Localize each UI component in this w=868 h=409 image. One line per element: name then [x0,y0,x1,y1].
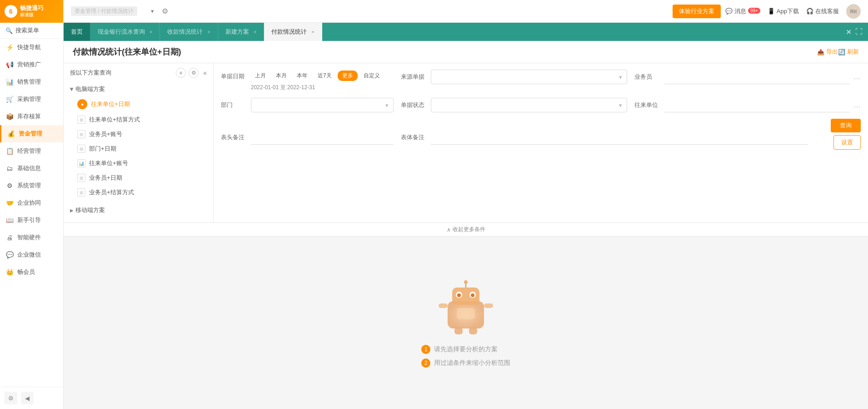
date-this-month[interactable]: 本月 [272,70,291,82]
industry-solution-button[interactable]: 体验行业方案 [673,5,721,18]
staff-input[interactable] [664,70,850,84]
sidebar-item-marketing[interactable]: 📢 营销推广 [0,56,63,73]
desktop-group-header[interactable]: ▶ 电脑端方案 [64,82,213,96]
topbar-dropdown-icon[interactable]: ▾ [151,8,154,15]
tabbar: 首页 现金银行流水查询 × 收款情况统计 × 新建方案 × 付款情况统计 × ✕… [64,23,868,41]
sidebar-item-guide[interactable]: 📖 新手引导 [0,212,63,229]
scheme-collapse-button[interactable]: « [203,69,207,76]
scheme-item-contact-date[interactable]: ● 往来单位+日期 [64,96,213,112]
sidebar-item-label: 资金管理 [19,130,42,138]
svg-point-7 [464,280,468,284]
topbar-actions: 💬 消息 99+ 📱 App下载 🎧 在线客服 Rit [725,4,861,19]
scheme-item-contact-settlement[interactable]: ⊞ 往来单位+结算方式 [64,112,213,127]
scheme-add-button[interactable]: + [176,68,186,78]
online-service-action[interactable]: 🎧 在线客服 [806,7,839,15]
sidebar: 6 畅捷通巧 标准版 🔍 搜索菜单 ⚡ 快捷导航 📢 营销推广 📊 销售管理 🛒… [0,0,64,409]
tab-home[interactable]: 首页 [64,23,90,41]
source-select-arrow: ▾ [619,74,622,81]
tab-receipt-close[interactable]: × [207,29,210,35]
source-select[interactable]: ▾ [431,70,627,84]
tab-maximize-button[interactable]: ⛶ [855,28,863,36]
tab-bank[interactable]: 现金银行流水查询 × [90,23,160,41]
voucher-status-select[interactable]: ▾ [431,98,627,112]
query-button[interactable]: 查询 [831,119,861,132]
empty-state-illustration [434,278,498,338]
tab-bank-close[interactable]: × [150,29,152,35]
app-subtitle: 标准版 [20,12,44,18]
topbar-settings-button[interactable]: ⚙ [159,5,171,18]
message-action[interactable]: 💬 消息 99+ [725,7,760,15]
contact-label: 往来单位 [634,101,661,109]
sidebar-item-basic[interactable]: 🗂 基础信息 [0,160,63,177]
sidebar-item-sales[interactable]: 📊 销售管理 [0,73,63,91]
empty-state-tips: 1 请先选择要分析的方案 2 用过滤条件来缩小分析范围 [421,345,510,368]
tab-receipt[interactable]: 收款情况统计 × [160,23,218,41]
sidebar-item-system[interactable]: ⚙ 系统管理 [0,177,63,194]
tab-new-scheme-close[interactable]: × [254,29,256,35]
date-custom[interactable]: 自定义 [359,70,384,82]
topbar: 资金管理 / 付款情况统计 ▾ ⚙ 体验行业方案 💬 消息 99+ 📱 App下… [64,0,868,23]
sidebar-nav: ⚡ 快捷导航 📢 营销推广 📊 销售管理 🛒 采购管理 📦 库存核算 💰 资金管… [0,39,63,387]
mobile-group-header[interactable]: ▶ 移动端方案 [64,203,213,217]
guide-icon: 📖 [5,216,14,224]
sidebar-item-operation[interactable]: 📋 经营管理 [0,142,63,160]
date-last-month[interactable]: 上月 [251,70,270,82]
sidebar-item-hardware[interactable]: 🖨 智能硬件 [0,229,63,246]
date-more[interactable]: 更多 [338,71,358,81]
scheme-table-icon: ⊞ [77,130,85,138]
tab-home-label: 首页 [71,28,83,36]
app-download-action[interactable]: 📱 App下载 [768,7,799,15]
refresh-icon: 🔄 [838,49,845,56]
tab-receipt-label: 收款情况统计 [167,28,203,36]
scheme-table-icon: ⊞ [77,145,85,153]
scheme-item-staff-account[interactable]: ⊞ 业务员+账号 [64,127,213,141]
dept-select-arrow: ▾ [385,102,389,109]
user-avatar[interactable]: Rit [846,4,861,19]
sidebar-item-enterprise[interactable]: 🤝 企业协同 [0,194,63,212]
sidebar-item-inventory[interactable]: 📦 库存核算 [0,108,63,125]
scheme-item-staff-date[interactable]: ⊞ 业务员+日期 [64,171,213,185]
sidebar-item-label: 系统管理 [17,182,41,190]
dept-label: 部门 [221,101,247,109]
search-menu[interactable]: 🔍 搜索菜单 [0,23,63,39]
sidebar-item-finance[interactable]: 💰 资金管理 [0,125,63,142]
enterprise-icon: 🤝 [5,199,14,207]
date-7days[interactable]: 近7天 [314,70,336,82]
scheme-item-staff-settlement[interactable]: ⊞ 业务员+结算方式 [64,185,213,200]
settings-button[interactable]: 设置 [833,135,861,150]
table-head-note-input[interactable] [251,130,394,145]
scheme-settings-button[interactable]: ⚙ [189,68,199,78]
tab-controls: ✕ ⛶ [840,23,868,41]
sidebar-item-member[interactable]: 👑 畅会员 [0,263,63,281]
scheme-item-label: 往来单位+账号 [89,159,128,167]
scheme-item-dept-date[interactable]: ⊞ 部门+日期 [64,141,213,156]
tip-text-2: 用过滤条件来缩小分析范围 [434,359,510,367]
tip-num-1: 1 [421,345,430,354]
tab-new-scheme[interactable]: 新建方案 × [218,23,264,41]
sidebar-collapse-button[interactable]: ◀ [21,392,34,404]
scheme-item-contact-account[interactable]: 📊 往来单位+账号 [64,156,213,171]
tab-close-all-button[interactable]: ✕ [846,28,852,36]
contact-input[interactable] [664,98,850,112]
tab-payment-close[interactable]: × [311,29,314,35]
table-body-note-input[interactable] [431,130,808,145]
tip-num-2: 2 [421,359,430,368]
date-this-year[interactable]: 本年 [293,70,312,82]
main-area: 资金管理 / 付款情况统计 ▾ ⚙ 体验行业方案 💬 消息 99+ 📱 App下… [64,0,868,409]
sidebar-item-label: 库存核算 [17,112,41,121]
app-title-block: 畅捷通巧 标准版 [20,5,44,18]
export-button[interactable]: 📤 导出 [817,48,838,56]
sidebar-item-purchase[interactable]: 🛒 采购管理 [0,91,63,108]
refresh-button[interactable]: 🔄 刷新 [838,48,859,56]
contact-ellipsis[interactable]: … [853,101,861,109]
marketing-icon: 📢 [5,61,14,69]
sidebar-settings-button[interactable]: ⚙ [5,392,17,404]
collapse-conditions-button[interactable]: ∧ 收起更多条件 [64,223,868,237]
finance-icon: 💰 [7,130,15,138]
sidebar-item-quick-nav[interactable]: ⚡ 快捷导航 [0,39,63,56]
staff-ellipsis[interactable]: … [853,73,861,81]
tab-payment[interactable]: 付款情况统计 × [264,23,322,41]
empty-state-tip-2: 2 用过滤条件来缩小分析范围 [421,359,510,368]
sidebar-item-wechat[interactable]: 💬 企业微信 [0,246,63,263]
dept-select[interactable]: ▾ [251,98,394,112]
